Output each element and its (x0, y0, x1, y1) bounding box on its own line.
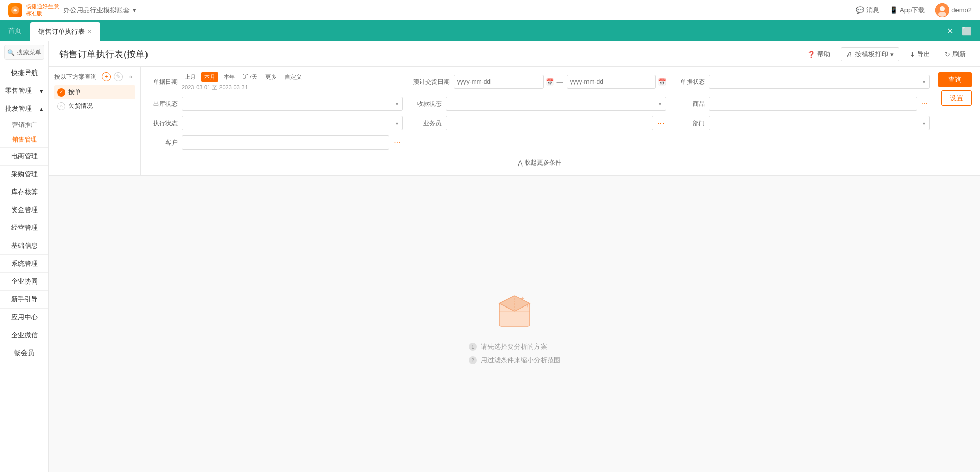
exec-status-inner: 执行状态 (149, 116, 403, 130)
app-download-button[interactable]: 📱 App下载 (890, 6, 925, 15)
filter-scheme: 按以下方案查询 + ✎ « ✓ 按单 ○ 欠货情况 (49, 67, 141, 175)
date-tab-7days[interactable]: 近7天 (240, 72, 260, 82)
sidebar-item-finance[interactable]: 资金管理 (0, 201, 48, 219)
sidebar-item-enterprise[interactable]: 企业协同 (0, 273, 48, 290)
add-scheme-button[interactable]: + (102, 72, 111, 81)
sidebar-item-basic[interactable]: 基础信息 (0, 237, 48, 254)
breadcrumb: 办公用品行业模拟账套 ▾ (63, 6, 136, 15)
settings-button[interactable]: 设置 (941, 90, 972, 106)
payment-status-arrow-icon (659, 101, 662, 107)
sidebar-item-system[interactable]: 系统管理 (0, 255, 48, 272)
tab-bar: 首页 销售订单执行表 × ✕ ⬜ (0, 20, 980, 41)
goods-input-group: ··· (709, 97, 930, 111)
doc-status-select[interactable] (709, 75, 930, 89)
collapse-icon: ⋀ (518, 159, 523, 167)
sidebar-item-inventory[interactable]: 库存核算 (0, 183, 48, 201)
help-icon: ❓ (807, 51, 815, 58)
payment-status-field: 收款状态 (413, 97, 667, 111)
sidebar-section-quicknav: 快捷导航 (0, 64, 48, 82)
salesperson-more-icon[interactable]: ··· (655, 119, 666, 127)
scheme-item-order[interactable]: ✓ 按单 (54, 85, 135, 99)
date-tab-thisyear[interactable]: 本年 (220, 72, 238, 82)
search-menu-button[interactable]: 🔍 搜索菜单 (4, 45, 44, 60)
doc-status-field: 单据状态 (676, 75, 930, 89)
sidebar-item-appcenter[interactable]: 应用中心 (0, 309, 48, 326)
exec-status-field: 执行状态 (149, 116, 403, 130)
empty-state: ✦ ✦ 1 请先选择要分析的方案 2 用过滤条件来缩小分析范围 (469, 283, 560, 365)
query-button[interactable]: 查询 (938, 72, 972, 87)
goods-more-icon[interactable]: ··· (919, 100, 930, 108)
sidebar-item-purchase[interactable]: 采购管理 (0, 166, 48, 183)
tab-bar-right: ✕ ⬜ (945, 24, 980, 38)
sidebar-item-corpwechat[interactable]: 企业微信 (0, 326, 48, 344)
date-tab-thismonth[interactable]: 本月 (201, 72, 218, 82)
page-title: 销售订单执行表(按单) (59, 48, 148, 60)
collapse-filter-button[interactable]: ⋀ 收起更多条件 (149, 155, 930, 170)
sidebar-item-member[interactable]: 畅会员 (0, 344, 48, 362)
filter-form: 单据日期 上月 本月 本年 近7天 更多 自定义 20 (141, 67, 938, 175)
search-icon: 🔍 (7, 49, 15, 56)
sidebar-subitem-sales[interactable]: 销售管理 (0, 132, 48, 147)
message-button[interactable]: 💬 消息 (856, 6, 879, 15)
expected-date-start[interactable] (454, 75, 544, 89)
filter-row-4: 客户 ··· (149, 135, 930, 150)
exec-status-select[interactable] (182, 116, 403, 130)
sidebar-section-basic: 基础信息 (0, 237, 48, 255)
doc-status-inner: 单据状态 (676, 75, 930, 89)
delivery-status-select[interactable] (182, 97, 403, 111)
refresh-button[interactable]: ↻ 刷新 (941, 48, 970, 61)
date-tab-lastmonth[interactable]: 上月 (182, 72, 199, 82)
salesperson-input[interactable] (446, 116, 653, 130)
export-button[interactable]: ⬇ 导出 (905, 48, 935, 61)
dept-select[interactable] (709, 116, 930, 130)
edit-scheme-button[interactable]: ✎ (114, 72, 123, 81)
tab-close-button[interactable]: ✕ (945, 24, 955, 38)
sidebar-item-ecommerce[interactable]: 电商管理 (0, 148, 48, 165)
date-input-group: 上月 本月 本年 近7天 更多 自定义 2023-03-01 至 2023-03… (182, 72, 403, 91)
goods-input[interactable] (709, 97, 917, 111)
sidebar-item-quicknav[interactable]: 快捷导航 (0, 64, 48, 82)
sidebar-subitem-marketing[interactable]: 营销推广 (0, 117, 48, 132)
tab-home[interactable]: 首页 (0, 20, 30, 41)
sidebar-item-operations[interactable]: 经营管理 (0, 219, 48, 237)
date-tab-custom[interactable]: 自定义 (282, 72, 305, 82)
expected-date-end[interactable] (567, 75, 656, 89)
svg-point-2 (940, 6, 945, 11)
hint-num-2: 2 (469, 356, 477, 364)
scheme-dot-inactive: ○ (57, 102, 65, 110)
export-icon: ⬇ (910, 51, 915, 58)
hint-num-1: 1 (469, 343, 477, 351)
content-area: 销售订单执行表(按单) ❓ 帮助 🖨 按模板打印 ▾ ⬇ 导出 ↻ 刷新 (49, 41, 980, 472)
tab-close-icon[interactable]: × (88, 29, 91, 35)
customer-input[interactable] (182, 135, 389, 150)
tab-sales-order[interactable]: 销售订单执行表 × (30, 22, 100, 41)
salesperson-input-group: ··· (446, 116, 667, 130)
sidebar-section-ecommerce: 电商管理 (0, 148, 48, 166)
sidebar-section-newuser: 新手引导 (0, 291, 48, 309)
date-label: 单据日期 (149, 78, 178, 86)
filter-actions: 查询 设置 (938, 67, 980, 175)
message-icon: 💬 (856, 6, 864, 14)
help-button[interactable]: ❓ 帮助 (803, 48, 835, 61)
calendar-end-icon[interactable]: 📅 (658, 78, 666, 86)
collapse-scheme-button[interactable]: « (126, 72, 135, 81)
sidebar-item-wholesale[interactable]: 批发管理 ▴ (0, 100, 48, 117)
payment-status-select[interactable] (446, 97, 667, 111)
scheme-item-shortage[interactable]: ○ 欠货情况 (54, 99, 135, 113)
customer-more-icon[interactable]: ··· (391, 138, 402, 147)
date-tab-more[interactable]: 更多 (262, 72, 280, 82)
doc-status-arrow-icon (923, 79, 925, 85)
sidebar-item-newuser[interactable]: 新手引导 (0, 291, 48, 308)
sidebar-section-retail: 零售管理 ▾ (0, 82, 48, 100)
print-icon: 🖨 (846, 51, 853, 58)
exec-status-arrow-icon (396, 121, 398, 126)
breadcrumb-chevron-icon[interactable]: ▾ (133, 6, 136, 14)
tab-maximize-button[interactable]: ⬜ (960, 24, 974, 38)
delivery-status-field: 出库状态 (149, 97, 403, 111)
print-template-button[interactable]: 🖨 按模板打印 ▾ (841, 47, 899, 61)
sidebar-item-retail[interactable]: 零售管理 ▾ (0, 82, 48, 100)
user-menu[interactable]: demo2 (935, 3, 972, 17)
calendar-start-icon[interactable]: 📅 (546, 78, 554, 86)
filter-row-2: 出库状态 收款状态 (149, 97, 930, 111)
sidebar-section-appcenter: 应用中心 (0, 309, 48, 326)
